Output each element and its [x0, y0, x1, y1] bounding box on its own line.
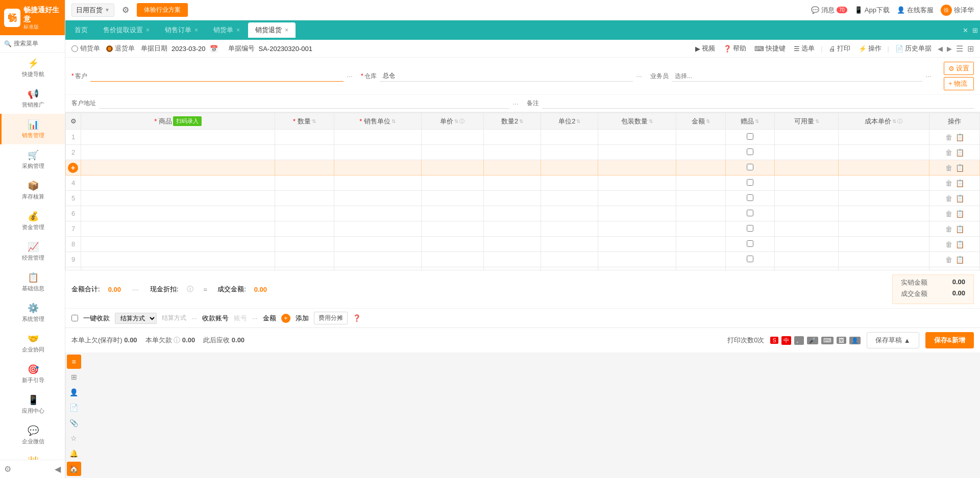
unit-cell[interactable]	[334, 160, 421, 175]
toolbar-select-btn[interactable]: ☰ 选单	[792, 43, 817, 54]
warehouse-picker-icon[interactable]: ···	[636, 72, 642, 80]
copy-icon[interactable]: 📋	[955, 256, 964, 264]
sidebar-item-guide[interactable]: 🎯 新手引导	[0, 359, 65, 389]
settings-btn[interactable]: ⚙ 设置	[944, 62, 974, 75]
sidebar-item-basic-info[interactable]: 📋 基础信息	[0, 267, 65, 297]
gift-cell[interactable]	[725, 145, 775, 160]
available-sort[interactable]: 可用量 ⇅	[794, 117, 819, 126]
cost-sort[interactable]: 成本单价 ⇅ ⓘ	[865, 117, 902, 126]
add-payment-btn[interactable]: +	[281, 314, 290, 323]
product-cell[interactable]	[81, 145, 275, 160]
delete-icon[interactable]: 🗑	[945, 164, 952, 172]
qty-cell[interactable]	[275, 130, 334, 145]
delete-icon[interactable]: 🗑	[945, 194, 952, 203]
print-count-label[interactable]: 打印次数0次	[727, 336, 764, 345]
radio-return[interactable]: 退货单	[106, 44, 135, 53]
copy-icon[interactable]: 📋	[955, 194, 964, 203]
unit2-cell[interactable]	[541, 145, 598, 160]
gift-cell[interactable]	[725, 130, 775, 145]
copy-icon[interactable]: 📋	[955, 164, 964, 172]
close-icon[interactable]: ×	[285, 27, 288, 34]
radio-return-input[interactable]	[106, 45, 113, 52]
staff-picker-icon[interactable]: ···	[925, 72, 932, 80]
industry-select[interactable]: 日用百货 ▼	[71, 4, 114, 17]
address-input[interactable]	[99, 98, 509, 109]
nav-next-icon[interactable]: ▶	[947, 45, 952, 53]
available-cell[interactable]	[775, 145, 839, 160]
qty-sort[interactable]: 数量 ⇅	[298, 117, 316, 126]
ime-icon-kb[interactable]: ⌨	[821, 337, 834, 344]
unit-cell[interactable]	[334, 145, 421, 160]
add-row-btn[interactable]: +	[68, 163, 78, 173]
unit-cell[interactable]	[334, 130, 421, 145]
unit2-sort[interactable]: 单位2 ⇅	[558, 117, 580, 126]
rpanel-icon-star[interactable]: ☆	[67, 431, 81, 445]
amount-cell[interactable]	[676, 145, 725, 160]
copy-icon[interactable]: 📋	[955, 148, 964, 157]
toolbar-video-btn[interactable]: ▶ 视频	[693, 43, 717, 54]
calc-method-select[interactable]: 结算方式	[115, 313, 157, 324]
ime-icon-img[interactable]: 🖼	[837, 337, 846, 344]
warehouse-input[interactable]	[380, 71, 633, 82]
copy-icon[interactable]: 📋	[955, 210, 964, 218]
toolbar-operate-btn[interactable]: ⚡ 操作	[856, 43, 884, 54]
cost-cell[interactable]	[838, 145, 929, 160]
delete-icon[interactable]: 🗑	[945, 256, 952, 264]
sidebar-item-finance[interactable]: 💰 资金管理	[0, 206, 65, 236]
toolbar-help-btn[interactable]: ❓ 帮助	[721, 43, 748, 54]
available-cell[interactable]	[775, 160, 839, 175]
message-btn[interactable]: 💬 消息 70	[811, 6, 847, 15]
sidebar-item-operations[interactable]: 📈 经营管理	[0, 236, 65, 267]
rpanel-icon-doc[interactable]: 📄	[67, 400, 81, 415]
qty-cell[interactable]	[275, 145, 334, 160]
pkg-cell[interactable]	[598, 145, 676, 160]
view-list-icon[interactable]: ☰	[956, 44, 963, 54]
qty2-cell[interactable]	[484, 160, 541, 175]
sidebar-item-system[interactable]: ⚙️ 系统管理	[0, 297, 65, 328]
split-help-icon[interactable]: ❓	[353, 314, 361, 322]
delete-icon[interactable]: 🗑	[945, 133, 952, 141]
help-inline-icon[interactable]: ⓘ	[174, 336, 180, 344]
toolbar-shortcut-btn[interactable]: ⌨ 快捷键	[752, 43, 788, 54]
online-service-btn[interactable]: 👤 在线客服	[897, 6, 934, 15]
amount-sort[interactable]: 金额 ⇅	[692, 117, 710, 126]
qty2-sort[interactable]: 数量2 ⇅	[501, 117, 523, 126]
product-cell-active[interactable]	[81, 160, 275, 175]
cost-cell[interactable]	[838, 160, 929, 175]
sidebar-item-enterprise-wechat[interactable]: 💬 企业微信	[0, 420, 65, 450]
close-icon[interactable]: ×	[236, 27, 240, 34]
tab-home[interactable]: 首页	[67, 22, 95, 38]
delete-icon[interactable]: 🗑	[945, 225, 952, 233]
col-header-settings[interactable]: ⚙	[66, 113, 81, 130]
product-cell[interactable]	[81, 130, 275, 145]
qty2-cell[interactable]	[484, 145, 541, 160]
user-menu[interactable]: 徐 徐泽华	[941, 5, 974, 16]
price-cell[interactable]	[421, 130, 483, 145]
tab-menu-icon[interactable]: ⊞	[972, 27, 978, 34]
gift-sort[interactable]: 赠品 ⇅	[741, 117, 759, 126]
search-menu[interactable]: 🔍 搜索菜单	[0, 35, 65, 53]
tab-close-all-icon[interactable]: ✕	[963, 27, 968, 34]
ime-icon-s[interactable]: S	[770, 337, 778, 344]
copy-icon[interactable]: 📋	[955, 133, 964, 141]
sidebar-item-quick-nav[interactable]: ⚡ 快捷导航	[0, 53, 65, 83]
account-picker-icon[interactable]: ···	[191, 314, 197, 322]
rpanel-icon-bell[interactable]: 🔔	[67, 446, 81, 461]
qty-cell[interactable]	[275, 160, 334, 175]
copy-icon[interactable]: 📋	[955, 240, 964, 248]
sidebar-item-sales[interactable]: 📊 销售管理	[0, 114, 65, 144]
pkg-sort[interactable]: 包装数量 ⇅	[621, 117, 653, 126]
note-input[interactable]	[542, 98, 974, 109]
experience-btn[interactable]: 体验行业方案	[137, 3, 188, 17]
save-new-btn[interactable]: 保存&新增	[925, 332, 974, 348]
rpanel-icon-list[interactable]: ≡	[67, 355, 81, 369]
calendar-icon[interactable]: 📅	[210, 45, 218, 53]
sidebar-item-purchase[interactable]: 🛒 采购管理	[0, 144, 65, 175]
tab-sale-return[interactable]: 销货退货 ×	[248, 22, 296, 38]
topbar-gear-icon[interactable]: ⚙	[118, 3, 133, 17]
sidebar-item-marketing[interactable]: 📢 营销推广	[0, 83, 65, 114]
unit2-cell[interactable]	[541, 160, 598, 175]
close-icon[interactable]: ×	[194, 27, 198, 34]
delete-icon[interactable]: 🗑	[945, 148, 952, 157]
rpanel-icon-user[interactable]: 👤	[67, 385, 81, 399]
